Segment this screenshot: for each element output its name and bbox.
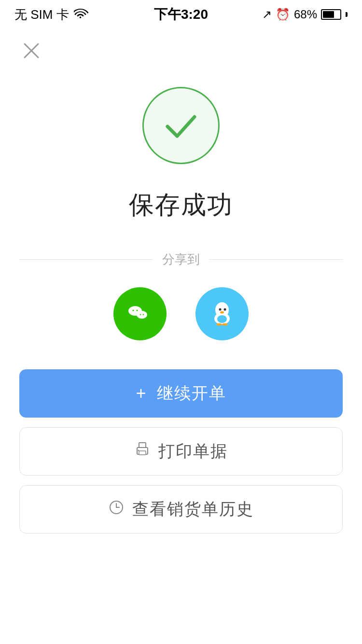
svg-point-15 — [224, 308, 226, 311]
battery-icon — [321, 9, 341, 20]
history-label: 查看销货单历史 — [132, 498, 254, 520]
success-title: 保存成功 — [129, 188, 233, 222]
svg-point-18 — [222, 323, 228, 326]
svg-rect-20 — [139, 443, 146, 448]
continue-label: 继续开单 — [157, 382, 226, 405]
close-button-row — [19, 39, 343, 63]
share-icons — [19, 287, 343, 340]
wechat-share-button[interactable] — [113, 287, 167, 340]
alarm-icon: ⏰ — [276, 8, 290, 21]
close-icon — [23, 42, 40, 59]
svg-point-17 — [216, 323, 222, 326]
wechat-icon — [125, 298, 155, 329]
qq-icon — [207, 298, 237, 329]
status-time: 下午3:20 — [154, 5, 208, 24]
status-left: 无 SIM 卡 — [14, 6, 88, 23]
history-icon — [108, 499, 125, 519]
svg-point-6 — [137, 311, 147, 319]
checkmark-icon — [162, 106, 200, 145]
svg-point-16 — [220, 311, 224, 314]
print-icon — [134, 441, 151, 462]
battery-percent: 68% — [294, 8, 317, 21]
close-button[interactable] — [19, 39, 43, 63]
share-label: 分享到 — [162, 251, 200, 268]
carrier-text: 无 SIM 卡 — [14, 6, 69, 23]
battery-tip — [346, 12, 348, 17]
history-button[interactable]: 查看销货单历史 — [19, 485, 343, 533]
svg-rect-21 — [139, 451, 146, 455]
status-bar: 无 SIM 卡 下午3:20 ↗ ⏰ 68% — [0, 0, 362, 29]
svg-point-22 — [138, 450, 139, 451]
print-label: 打印单据 — [158, 440, 228, 462]
svg-point-14 — [219, 308, 222, 311]
action-buttons: + 继续开单 打印单据 查看销货单历史 — [19, 369, 343, 533]
share-section: 分享到 — [19, 251, 343, 340]
main-content: 保存成功 分享到 — [0, 29, 362, 553]
continue-button[interactable]: + 继续开单 — [19, 369, 343, 418]
print-button[interactable]: 打印单据 — [19, 427, 343, 476]
success-icon-circle — [142, 87, 220, 164]
divider-left — [19, 259, 153, 260]
share-divider: 分享到 — [19, 251, 343, 268]
svg-point-7 — [140, 314, 141, 315]
svg-point-5 — [137, 310, 138, 311]
continue-icon: + — [136, 383, 147, 404]
svg-point-11 — [217, 315, 227, 323]
location-icon: ↗ — [262, 8, 272, 21]
svg-point-8 — [143, 314, 144, 315]
wifi-icon — [74, 9, 88, 20]
qq-share-button[interactable] — [195, 287, 249, 340]
svg-point-4 — [133, 310, 134, 311]
divider-right — [209, 259, 343, 260]
status-right: ↗ ⏰ 68% — [262, 8, 348, 21]
